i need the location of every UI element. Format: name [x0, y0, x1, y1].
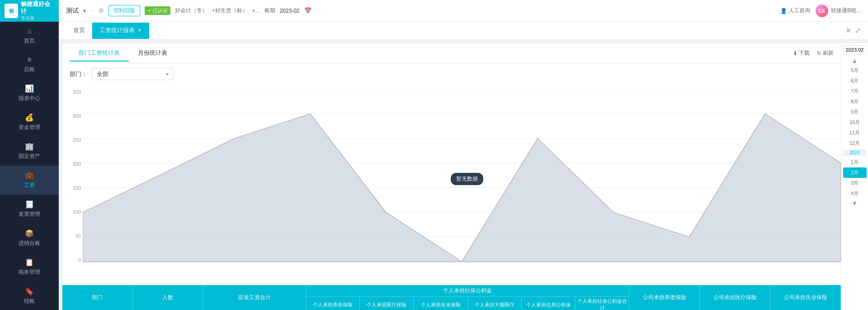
th-group-personal: 个人承担社保公积金 个人承担养老保险个人承担医疗保险个人承担失业保险个人承担大额… — [306, 285, 629, 310]
right-month-1[interactable]: 1月 — [843, 157, 867, 167]
sales-icon: 📦 — [25, 229, 34, 238]
sidebar-item-label: 结账 — [24, 297, 35, 305]
sidebar-item-label: 报表中心 — [19, 95, 40, 102]
sidebar-item-assets[interactable]: 🏢固定资产 — [0, 137, 59, 166]
th-company-pension: 公司承担养老保险 — [629, 285, 700, 310]
tab-expand-icon[interactable]: ⤢ — [855, 26, 861, 35]
ledger-icon: ≡ — [27, 56, 31, 64]
tab-close-icon[interactable]: ✕ — [137, 27, 142, 33]
refresh-button[interactable]: ↻ 刷新 — [817, 49, 834, 57]
help-icon: 👤 — [780, 8, 787, 14]
chart-area: 0 50 100 150 200 250 300 350 — [62, 85, 841, 285]
right-month-3[interactable]: 3月 — [843, 178, 867, 188]
th-salary: 应发工资合计 — [203, 285, 306, 310]
home-tab-label: 首页 — [73, 26, 85, 34]
th-sub-col: 个人承担大额医疗 — [468, 297, 522, 310]
right-month-2[interactable]: 2月 — [843, 167, 867, 178]
tab-controls: ✕ ⤢ — [845, 26, 861, 35]
username: 轻捷通B组... — [831, 7, 861, 14]
download-button[interactable]: ⬇ 下载 — [793, 49, 810, 57]
refresh-icon: ↻ — [817, 50, 821, 57]
th-sub-col: 个人承担医疗保险 — [360, 297, 414, 310]
sidebar-item-settle[interactable]: 🔖结账 — [0, 281, 59, 310]
user-area: CE 轻捷通B组... — [816, 5, 861, 17]
salary-icon: 💼 — [25, 171, 34, 180]
sidebar-item-label: 固定资产 — [19, 153, 40, 160]
th-company-unemployment: 公司承担失业保险 — [770, 285, 841, 310]
right-month-10[interactable]: 10月 — [843, 117, 867, 128]
main-area: 测试 ▾ + ⚙ 切到旧版 ✓ 已认证 好会计（专） +好生意（标） +... … — [59, 0, 868, 310]
sidebar-menu: ⌂首页≡总账📊报表中心💰资金管理🏢固定资产💼工资🧾发票管理📦进销台账📋税务管理🔖… — [0, 22, 59, 310]
table-header: 部门 人数 应发工资合计 个人承担社保公积金 个人承担养老保险个人承担医疗保险个… — [62, 285, 841, 310]
topbar-settings-icon[interactable]: ⚙ — [99, 7, 104, 14]
sidebar-item-ledger[interactable]: ≡总账 — [0, 50, 59, 79]
reports-icon: 📊 — [25, 84, 34, 93]
right-month-5[interactable]: 5月 — [843, 65, 867, 76]
tab-salary-report[interactable]: 工资统计报表 ✕ — [92, 23, 149, 39]
logo-text: 畅捷通好会计 专业版 — [21, 0, 54, 21]
sub-tab-monthly[interactable]: 月份统计表 — [129, 45, 176, 62]
topbar-dropdown[interactable]: ▾ — [83, 8, 86, 14]
certified-badge: ✓ 已认证 — [145, 6, 170, 15]
chart-svg — [83, 89, 841, 262]
topbar-info3: +... — [252, 8, 260, 14]
tab-close-all-icon[interactable]: ✕ — [845, 26, 851, 35]
funds-icon: 💰 — [25, 113, 34, 122]
y-axis: 0 50 100 150 200 250 300 350 — [62, 89, 83, 262]
help-button[interactable]: 👤 人工咨询 — [780, 7, 810, 14]
topbar-period-label: 账期 — [264, 7, 275, 14]
sidebar-item-invoice[interactable]: 🧾发票管理 — [0, 195, 59, 224]
sidebar-item-reports[interactable]: 📊报表中心 — [0, 79, 59, 108]
right-month-9[interactable]: 9月 — [843, 107, 867, 117]
sub-tab-dept[interactable]: 部门工资统计表 — [70, 45, 129, 62]
salary-tab-label: 工资统计报表 — [99, 26, 135, 34]
th-count: 人数 — [133, 285, 203, 310]
settle-icon: 🔖 — [25, 287, 34, 296]
calendar-icon[interactable]: 📅 — [304, 7, 311, 14]
invoice-icon: 🧾 — [25, 200, 34, 209]
avatar: CE — [816, 5, 828, 17]
tab-home[interactable]: 首页 — [66, 23, 92, 39]
sidebar-logo: 畅 畅捷通好会计 专业版 — [0, 0, 59, 22]
right-month-4[interactable]: 4月 — [843, 188, 867, 199]
sidebar-item-label: 首页 — [24, 37, 35, 45]
sidebar-item-label: 资金管理 — [19, 124, 40, 131]
sidebar-item-funds[interactable]: 💰资金管理 — [0, 108, 59, 137]
th-sub-col: 个人承担社保公积金合计 — [576, 297, 629, 310]
home-icon: ⌂ — [27, 27, 32, 35]
dept-filter-label: 部门： — [70, 70, 87, 78]
right-month-12[interactable]: 12月 — [843, 138, 867, 148]
old-version-button[interactable]: 切到旧版 — [108, 5, 140, 16]
sidebar-item-salary[interactable]: 💼工资 — [0, 166, 59, 195]
right-month-6[interactable]: 6月 — [843, 76, 867, 86]
th-sub-col: 个人承担养老保险 — [306, 297, 360, 310]
assets-icon: 🏢 — [25, 142, 34, 151]
sidebar: 畅 畅捷通好会计 专业版 ⌂首页≡总账📊报表中心💰资金管理🏢固定资产💼工资🧾发票… — [0, 0, 59, 310]
th-company-medical: 公司承担医疗保险 — [700, 285, 770, 310]
sidebar-item-label: 进销台账 — [19, 239, 40, 247]
year-down-arrow[interactable]: ▼ — [851, 199, 859, 208]
year-up-arrow[interactable]: ▲ — [851, 56, 859, 65]
sidebar-item-label: 工资 — [24, 181, 35, 189]
topbar-period-value: 2023-02 — [280, 8, 300, 14]
right-panel: ▲ 5月6月7月8月9月10月11月12月20231月2月3月4月 ▼ — [841, 43, 868, 310]
right-year-label: 2023 — [843, 149, 867, 156]
sidebar-item-label: 发票管理 — [19, 210, 40, 218]
tax-icon: 📋 — [25, 258, 34, 267]
right-month-7[interactable]: 7月 — [843, 86, 867, 96]
content-area: 部门工资统计表 月份统计表 ⬇ 下载 ↻ 刷新 — [59, 40, 868, 310]
topbar-info1: 好会计（专） — [175, 7, 208, 14]
right-month-8[interactable]: 8月 — [843, 96, 867, 107]
sidebar-item-label: 总账 — [24, 66, 35, 73]
year-input[interactable] — [843, 45, 867, 54]
dept-filter-select[interactable]: 全部 销售部 财务部 人事部 技术部 — [92, 68, 173, 80]
sub-tabs: 部门工资统计表 月份统计表 ⬇ 下载 ↻ 刷新 — [62, 43, 841, 63]
sidebar-item-tax[interactable]: 📋税务管理 — [0, 253, 59, 281]
main-panel: 部门工资统计表 月份统计表 ⬇ 下载 ↻ 刷新 — [62, 43, 841, 310]
right-month-11[interactable]: 11月 — [843, 128, 867, 138]
topbar-info2: +好生意（标） — [212, 7, 248, 14]
download-icon: ⬇ — [793, 50, 797, 57]
sidebar-item-home[interactable]: ⌂首页 — [0, 22, 59, 50]
sub-tabs-left: 部门工资统计表 月份统计表 — [70, 45, 176, 62]
sidebar-item-sales[interactable]: 📦进销台账 — [0, 224, 59, 253]
